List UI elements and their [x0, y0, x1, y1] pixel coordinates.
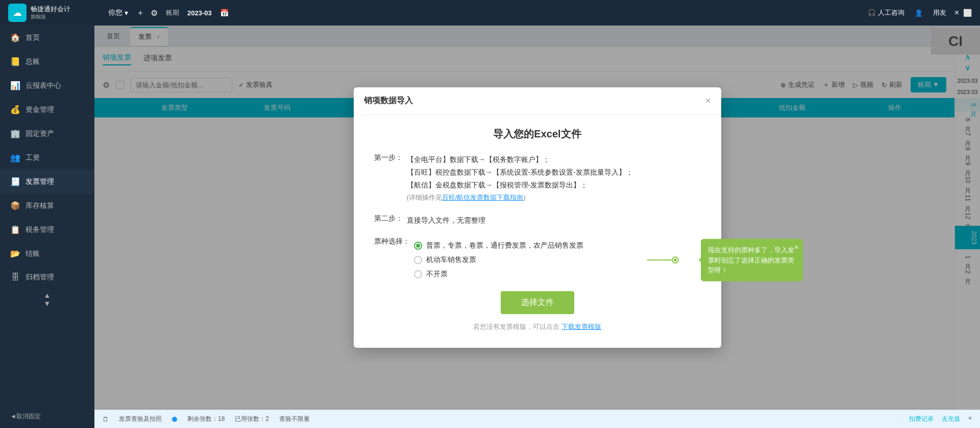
- window-close-icon[interactable]: ×: [954, 8, 959, 17]
- chevron-down-icon[interactable]: ▾: [125, 9, 128, 17]
- account-name: 你您: [108, 8, 122, 17]
- sidebar-item-reports[interactable]: 📊 云报表中心: [0, 74, 94, 98]
- sidebar-item-inventory[interactable]: 📦 库存核算: [0, 194, 94, 218]
- tooltip-close-btn[interactable]: ×: [794, 242, 798, 253]
- add-icon[interactable]: ＋: [136, 8, 144, 18]
- modal-backdrop[interactable]: 销项数据导入 × 导入您的Excel文件 第一步： 【全电平台】数据下载→【税务…: [94, 26, 980, 410]
- sidebar-item-ledger[interactable]: 📒 总账: [0, 50, 94, 74]
- bottom-bar-right: 扣费记录 去充值 ×: [909, 415, 972, 423]
- step1-line2: 【百旺】税控盘数据下载→【系统设置-系统参数设置-发票批量导入】；: [407, 166, 633, 179]
- inventory-icon: 📦: [10, 201, 20, 210]
- tooltip-arrow: [696, 257, 702, 263]
- radio-3[interactable]: [414, 270, 422, 278]
- sidebar-label-archive: 归档管理: [26, 273, 54, 282]
- modal-footer: 若您没有发票模版，可以点击 下载发票模版: [374, 322, 701, 331]
- sidebar-label-funds: 资金管理: [26, 105, 54, 114]
- calendar-icon[interactable]: 📅: [220, 9, 229, 17]
- modal-select-btn-row: 选择文件: [374, 291, 701, 314]
- sidebar-item-funds[interactable]: 💰 资金管理: [0, 98, 94, 122]
- sidebar-label-reports: 云报表中心: [26, 81, 61, 90]
- ticket-option-2[interactable]: 机动车销售发票 × 现在支持的票种多了，导入发票时别忘了选择正确的发票类型呀！: [414, 255, 583, 265]
- sidebar-label-salary: 工资: [26, 153, 40, 162]
- period-value: 2023-03: [187, 9, 212, 17]
- tooltip-text: 现在支持的票种多了，导入发票时别忘了选择正确的发票类型呀！: [708, 246, 794, 274]
- step2-content: 直接导入文件，无需整理: [407, 214, 485, 227]
- tooltip-line: [647, 259, 673, 260]
- footer-text: 若您没有发票模版，可以点击: [473, 323, 559, 330]
- sidebar-label-assets: 固定资产: [26, 129, 54, 138]
- fee-record-link[interactable]: 扣费记录: [909, 415, 934, 423]
- modal-body: 导入您的Excel文件 第一步： 【全电平台】数据下载→【税务数字账户】； 【百…: [354, 115, 721, 348]
- sidebar-item-home[interactable]: 🏠 首页: [0, 26, 94, 50]
- sidebar-item-assets[interactable]: 🏢 固定资产: [0, 122, 94, 146]
- radio-2[interactable]: [414, 256, 422, 264]
- logo-icon: ☁: [8, 4, 27, 22]
- ticket-selection: 票种选择： 普票，专票，卷票，通行费发票，农产品销售发票 机动车销售发票: [374, 237, 701, 279]
- sidebar-bottom: ◄取消固定: [0, 405, 94, 428]
- sidebar-unpin-btn[interactable]: ◄取消固定: [0, 405, 94, 428]
- used-count: 已用张数：2: [235, 415, 269, 423]
- user-icon: 👤: [915, 9, 923, 17]
- modal-step2: 第二步： 直接导入文件，无需整理: [374, 214, 701, 227]
- invoice-check-label: 发票查验及拍照: [119, 415, 162, 423]
- sidebar-label-invoice: 发票管理: [26, 177, 54, 186]
- unpin-label: ◄取消固定: [10, 412, 41, 421]
- sidebar-item-archive[interactable]: 🗄 归档管理: [0, 266, 94, 289]
- sidebar-label-inventory: 库存核算: [26, 201, 54, 210]
- sidebar-scroll-down[interactable]: ▼: [44, 299, 51, 307]
- top-bar: ☁ 畅捷通好会计 旗舰版 你您 ▾ ＋ ⚙ 账期 2023-03 📅 🎧 人工咨…: [0, 0, 980, 26]
- modal-dialog: 销项数据导入 × 导入您的Excel文件 第一步： 【全电平台】数据下载→【税务…: [354, 87, 721, 348]
- modal-close-btn[interactable]: ×: [705, 96, 711, 106]
- ticket-label: 票种选择：: [374, 237, 410, 246]
- modal-main-title: 导入您的Excel文件: [374, 127, 701, 141]
- ticket-option-3[interactable]: 不开票: [414, 270, 583, 279]
- archive-icon: 🗄: [10, 273, 20, 282]
- step1-label: 第一步：: [374, 153, 403, 204]
- logo-name: 畅捷通好会计: [31, 5, 70, 13]
- ticket-option-1[interactable]: 普票，专票，卷票，通行费发票，农产品销售发票: [414, 241, 583, 250]
- top-actions: ＋ ⚙: [136, 8, 158, 18]
- step1-line3: 【航信】金税盘数据下载→【报税管理-发票数据导出】；: [407, 179, 633, 192]
- sidebar-item-invoice[interactable]: 🧾 发票管理: [0, 170, 94, 194]
- ticket-option-3-label: 不开票: [426, 270, 448, 279]
- sidebar-label-close: 结账: [26, 249, 40, 258]
- modal-step1: 第一步： 【全电平台】数据下载→【税务数字账户】； 【百旺】税控盘数据下载→【系…: [374, 153, 701, 204]
- sidebar-item-close[interactable]: 📂 结账: [0, 242, 94, 266]
- funds-icon: 💰: [10, 105, 20, 114]
- salary-icon: 👥: [10, 153, 20, 162]
- window-maximize-icon[interactable]: ⬜: [963, 9, 972, 17]
- gear-icon[interactable]: ⚙: [151, 8, 158, 18]
- tooltip-anchor-dot: [673, 257, 678, 263]
- download-template-link[interactable]: 下载发票模版: [561, 323, 601, 330]
- ticket-option-2-label: 机动车销售发票: [426, 255, 476, 265]
- step1-line1: 【全电平台】数据下载→【税务数字账户】；: [407, 153, 633, 166]
- invoice-check-icon: 🗒: [103, 416, 109, 423]
- sidebar-scroll-up[interactable]: ▲: [44, 291, 51, 299]
- ledger-icon: 📒: [10, 57, 20, 66]
- top-right: 🎧 人工咨询 👤 用友: [868, 8, 946, 17]
- bottom-close-btn[interactable]: ×: [968, 415, 972, 423]
- close-books-icon: 📂: [10, 249, 20, 258]
- radio-1[interactable]: [414, 242, 422, 250]
- recharge-link[interactable]: 去充值: [942, 415, 960, 423]
- sidebar-label-ledger: 总账: [26, 57, 40, 66]
- tax-icon: 📋: [10, 225, 20, 234]
- account-selector[interactable]: 你您 ▾: [108, 8, 128, 17]
- assets-icon: 🏢: [10, 129, 20, 138]
- reports-icon: 📊: [10, 81, 20, 90]
- select-file-btn[interactable]: 选择文件: [501, 291, 574, 314]
- step2-label: 第二步：: [374, 214, 403, 227]
- remaining-count: 剩余张数：18: [187, 415, 225, 423]
- sidebar-label-home: 首页: [26, 33, 40, 42]
- top-center: 你您 ▾ ＋ ⚙ 账期 2023-03 📅: [100, 8, 868, 18]
- unlimited-label: 查验不限量: [279, 415, 310, 423]
- logo-badge: 旗舰版: [31, 13, 70, 20]
- support-btn[interactable]: 🎧 人工咨询: [868, 8, 904, 17]
- sidebar-item-salary[interactable]: 👥 工资: [0, 146, 94, 170]
- step1-link[interactable]: 百旺/航信发票数据下载指南: [442, 194, 524, 201]
- user-name: 用友: [933, 8, 946, 17]
- logo: ☁ 畅捷通好会计 旗舰版: [8, 4, 100, 22]
- ticket-option-1-label: 普票，专票，卷票，通行费发票，农产品销售发票: [426, 241, 583, 250]
- sidebar-item-tax[interactable]: 📋 税务管理: [0, 218, 94, 242]
- step1-sub: (详细操作见百旺/航信发票数据下载指南): [407, 192, 633, 203]
